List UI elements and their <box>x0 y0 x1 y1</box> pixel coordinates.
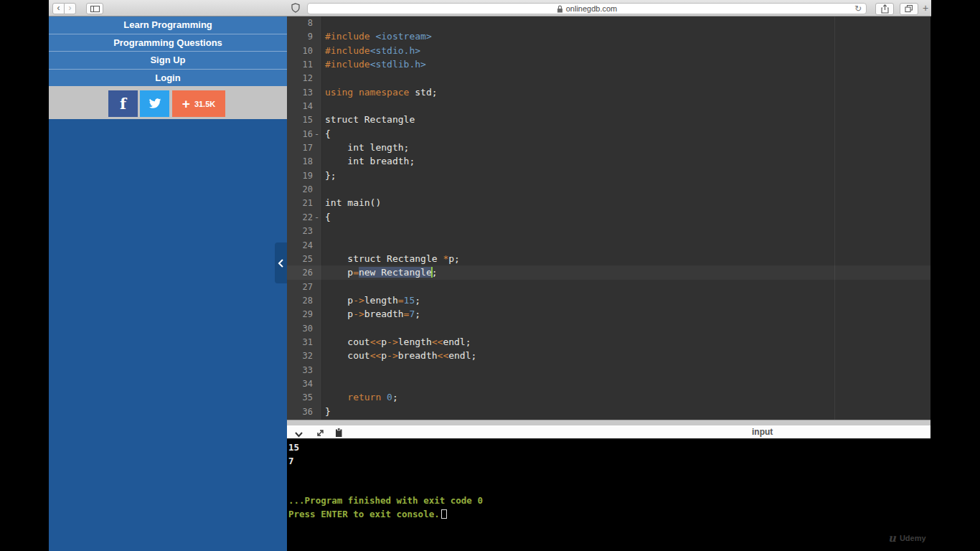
line-number[interactable]: 22 <box>287 211 313 225</box>
code-line[interactable]: 26 p=new Rectangle; <box>287 265 930 279</box>
code-line[interactable]: 19}; <box>287 169 930 182</box>
sidebar-item-sign-up[interactable]: Sign Up <box>49 52 287 70</box>
code-line[interactable]: 23 <box>287 224 930 237</box>
line-number[interactable]: 10 <box>287 44 313 58</box>
code-line[interactable]: 12 <box>287 71 930 85</box>
line-number[interactable]: 35 <box>287 391 313 405</box>
line-number[interactable]: 13 <box>287 86 313 100</box>
code-line[interactable]: 34 <box>287 377 930 390</box>
code-line[interactable]: 17 int length; <box>287 141 930 154</box>
sidebar-item-login[interactable]: Login <box>49 70 287 87</box>
twitter-share-button[interactable] <box>140 90 169 117</box>
code-line[interactable]: 30 <box>287 321 930 335</box>
line-number[interactable]: 25 <box>287 253 313 266</box>
line-number[interactable]: 20 <box>287 183 313 197</box>
fold-marker-icon[interactable]: - <box>313 128 319 141</box>
sidebar-toggle-icon <box>90 6 100 12</box>
code-text: } <box>325 405 331 418</box>
code-line[interactable]: 18 int breadth; <box>287 154 930 168</box>
line-number[interactable]: 8 <box>287 17 313 30</box>
editor-lines: 89#include <iostream>10#include<stdio.h>… <box>287 17 930 418</box>
code-text: #include<stdio.h> <box>325 44 420 57</box>
code-line[interactable]: 24 <box>287 238 930 252</box>
line-number[interactable]: 11 <box>287 58 313 72</box>
fold-marker-icon[interactable]: - <box>313 211 319 225</box>
code-line[interactable]: 8 <box>287 17 930 29</box>
code-line[interactable]: 36} <box>287 405 930 418</box>
refresh-icon[interactable]: ↻ <box>854 4 862 14</box>
code-line[interactable]: 25 struct Rectangle *p; <box>287 252 930 265</box>
code-line[interactable]: 21int main() <box>287 196 930 209</box>
line-number[interactable]: 9 <box>287 30 313 44</box>
show-tabs-button[interactable] <box>900 3 918 15</box>
line-number[interactable]: 12 <box>287 72 313 85</box>
paste-input-button[interactable] <box>334 428 343 441</box>
code-line[interactable]: 27 <box>287 280 930 293</box>
code-text: int breadth; <box>325 154 415 168</box>
line-number[interactable]: 36 <box>287 405 313 419</box>
code-line[interactable]: 22-{ <box>287 210 930 224</box>
line-number[interactable]: 29 <box>287 308 313 321</box>
line-number[interactable]: 32 <box>287 349 313 363</box>
code-line[interactable]: 32 cout<<p->breadth<<endl; <box>287 349 930 362</box>
code-line[interactable]: 29 p->breadth=7; <box>287 307 930 321</box>
sidebar-item-programming-questions[interactable]: Programming Questions <box>49 34 287 52</box>
line-number[interactable]: 23 <box>287 225 313 238</box>
shield-icon[interactable] <box>291 3 300 16</box>
input-pane-label: input <box>752 427 773 437</box>
sidebar-menu: Learn ProgrammingProgramming QuestionsSi… <box>49 17 287 86</box>
line-number[interactable]: 30 <box>287 322 313 336</box>
line-number[interactable]: 34 <box>287 377 313 391</box>
code-line[interactable]: 15struct Rectangle <box>287 113 930 126</box>
line-number[interactable]: 28 <box>287 294 313 308</box>
facebook-share-button[interactable]: f <box>108 90 138 117</box>
addthis-share-button[interactable]: + 31.5K <box>172 90 225 117</box>
code-line[interactable]: 11#include<stdlib.h> <box>287 57 930 71</box>
line-number[interactable]: 27 <box>287 281 313 294</box>
sidebar-panel <box>49 119 287 551</box>
line-number[interactable]: 24 <box>287 239 313 253</box>
forward-button[interactable]: › <box>64 3 76 14</box>
line-number[interactable]: 16 <box>287 128 313 141</box>
line-number[interactable]: 18 <box>287 155 313 169</box>
code-text: cout<<p->breadth<<endl; <box>325 349 476 362</box>
line-number[interactable]: 33 <box>287 364 313 377</box>
share-button[interactable] <box>875 3 894 15</box>
code-line[interactable]: 16-{ <box>287 127 930 141</box>
editor-scrollbar[interactable] <box>287 420 930 425</box>
line-number[interactable]: 17 <box>287 141 313 155</box>
collapse-console-button[interactable] <box>294 428 303 441</box>
expand-console-button[interactable] <box>316 428 325 441</box>
line-number[interactable]: 31 <box>287 336 313 349</box>
line-number[interactable]: 14 <box>287 100 313 113</box>
code-line[interactable]: 35 return 0; <box>287 390 930 404</box>
code-line[interactable]: 14 <box>287 99 930 113</box>
browser-toolbar: ‹ › onlinegdb.com ↻ <box>49 0 931 17</box>
code-editor[interactable]: 89#include <iostream>10#include<stdio.h>… <box>287 17 930 420</box>
code-line[interactable]: 28 p->length=15; <box>287 293 930 307</box>
code-line[interactable]: 33 <box>287 363 930 377</box>
line-number[interactable]: 15 <box>287 113 313 127</box>
line-number[interactable]: 26 <box>287 266 313 280</box>
code-line[interactable]: 20 <box>287 182 930 196</box>
back-button[interactable]: ‹ <box>52 3 65 14</box>
code-line[interactable]: 31 cout<<p->length<<endl; <box>287 335 930 349</box>
facebook-icon: f <box>120 95 126 113</box>
sidebar-item-learn-programming[interactable]: Learn Programming <box>49 17 287 34</box>
line-number[interactable]: 21 <box>287 197 313 210</box>
address-bar[interactable]: onlinegdb.com ↻ <box>307 3 867 14</box>
code-line[interactable]: 10#include<stdio.h> <box>287 44 930 57</box>
console-output[interactable]: 157...Program finished with exit code 0P… <box>287 440 980 551</box>
lock-icon <box>557 5 563 13</box>
code-text: struct Rectangle <box>325 113 415 126</box>
line-number[interactable]: 19 <box>287 169 313 183</box>
share-icon <box>881 4 889 14</box>
collapse-sidebar-button[interactable] <box>275 242 287 283</box>
tabs-icon <box>905 4 913 13</box>
code-line[interactable]: 13using namespace std; <box>287 85 930 99</box>
console-line: 7 <box>288 455 980 468</box>
code-line[interactable]: 9#include <iostream> <box>287 29 930 43</box>
new-tab-button[interactable]: + <box>923 3 928 14</box>
text-caret <box>431 267 433 278</box>
sidebar-toggle-button[interactable] <box>86 3 103 14</box>
